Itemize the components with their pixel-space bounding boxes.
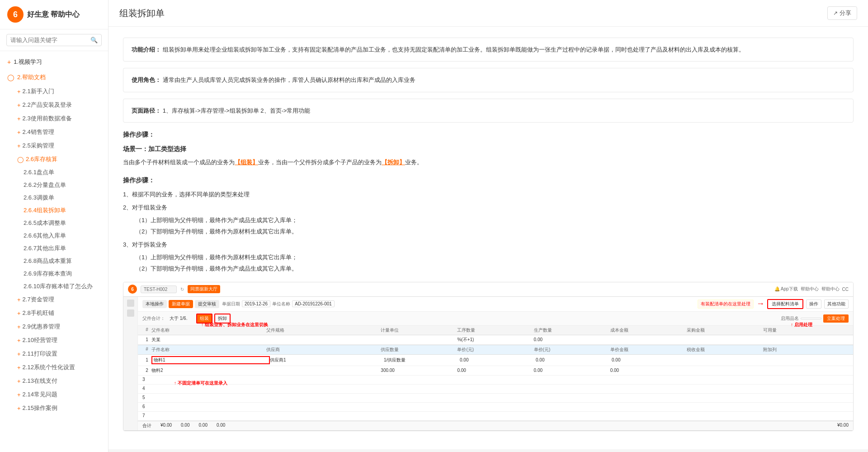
sidebar-item-coupon[interactable]: + 2.9优惠券管理 [0,320,108,333]
sidebar: 6 好生意 帮助中心 🔍 + 1.视频学习 ◯ 2.帮助文档 + 2.1新手入门 [0,0,108,452]
plus-icon-sm: + [17,324,21,330]
sidebar-item-finance[interactable]: + 2.7资金管理 [0,293,108,306]
table-row-7: 7 [138,412,853,421]
screenshot-logo: 6 [128,285,137,294]
sidebar-item-system[interactable]: + 2.12系统个性化设置 [0,361,108,374]
sidebar-item-online[interactable]: + 2.13在线支付 [0,374,108,388]
role-text: 使用角色： 通常由生产人员或库管人员完成拆装业务的操作，库管人员确认原材料的出库… [132,75,845,85]
sidebar-item-case[interactable]: + 2.15操作案例 [0,401,108,415]
screenshot-fields: 单据日期 2019-12-26 单位名称 AD-20191226-001 [222,300,335,307]
sidebar-item-ops[interactable]: + 2.10经营管理 [0,333,108,347]
sidebar-item-faq[interactable]: + 2.14常见问题 [0,388,108,401]
sidebar-item-stock3[interactable]: 2.6.3调拨单 [0,191,108,204]
action-btn-2[interactable]: 其他功能 [824,300,849,309]
screenshot-toolbar: 本地操作 新建单据 提交审核 单据日期 2019-12-26 单位名称 AD-2… [138,297,853,312]
sidebar-item-print[interactable]: + 2.11打印设置 [0,347,108,361]
content-inner: 功能介绍： 组装拆卸单用来处理企业组装或拆卸等加工业务，支持有固定装配清单的产品… [108,27,868,449]
sidebar-item-mobile[interactable]: + 2.8手机旺铺 [0,306,108,320]
screenshot-tabs: 本地操作 新建单据 提交审核 单据日期 2019-12-26 单位名称 AD-2… [123,297,853,431]
share-icon: ↗ [833,10,838,16]
sidebar-item-stock4[interactable]: 2.6.4组装拆卸单 [0,204,108,217]
plus-icon-sm: + [17,310,21,317]
confirm-btn[interactable]: 立案处理 [823,314,849,323]
table-row-material1: 1 物料1 供应商1 1/供应数量 0.00 0.00 0.00 [138,355,853,366]
minus-icon-sm: ◯ [17,156,24,163]
minus-icon: ◯ [7,74,14,81]
path-block: 页面路径： 1、库存核算->库存管理->组装拆卸单 2、首页->常用功能 [123,99,854,123]
logo-area: 6 好生意 帮助中心 [0,0,108,29]
sidebar-item-stock7[interactable]: 2.6.7其他出库单 [0,242,108,255]
sidebar-item-newbie[interactable]: + 2.1新手入门 [0,85,108,98]
table-row-4: 4 [138,385,853,394]
table-sub-header: # 子件名称 供应商 供应数量 单价(元) 单价(元) 单价金额 税收金额 附加… [138,345,853,355]
nav-group-docs: ◯ 2.帮助文档 + 2.1新手入门 + 2.2产品安装及登录 + 2.3使用前… [0,70,108,415]
sidebar-item-stock6[interactable]: 2.6.6其他入库单 [0,229,108,242]
screenshot-topbar: 6 TEST-H002 ↻ 同票据新大厅 🔔 App下载 帮助中心 帮助中心 C… [123,282,853,297]
screenshot-nav-btn: 同票据新大厅 [188,285,220,293]
step2-2: （2）下部明细为子件明细，最终作为原材料生成其它出库单。 [136,226,854,238]
scene1-desc: 当由多个子件材料组装成一个成品的业务为【组装】业务，当由一个父件拆分成多个子产品… [123,157,854,168]
sidebar-item-label: 1.视频学习 [14,58,42,66]
plus-icon-sm: + [17,364,21,371]
ops-title: 操作步骤： [123,131,854,139]
sidebar-item-stock8[interactable]: 2.6.8商品成本重算 [0,255,108,267]
search-icon[interactable]: 🔍 [90,37,98,43]
sidebar-item-stock9[interactable]: 2.6.9库存账本查询 [0,267,108,280]
plus-icon-sm: + [17,88,21,95]
sidebar-item-videos[interactable]: + 1.视频学习 [0,55,108,69]
sidebar-item-install[interactable]: + 2.2产品安装及登录 [0,98,108,112]
icon-placeholder [127,300,134,307]
page-title: 组装拆卸单 [119,7,165,19]
table-row-1: 1 关某 %(不+1) 0.00 [138,335,853,345]
screenshot-main-content: 本地操作 新建单据 提交审核 单据日期 2019-12-26 单位名称 AD-2… [138,297,853,430]
plus-icon-sm: + [17,351,21,357]
intro-block: 功能介绍： 组装拆卸单用来处理企业组装或拆卸等加工业务，支持有固定装配清单的产品… [123,38,854,62]
plus-icon-sm: + [17,115,21,122]
intro-text: 功能介绍： 组装拆卸单用来处理企业组装或拆卸等加工业务，支持有固定装配清单的产品… [132,44,845,55]
sidebar-item-purchase[interactable]: + 2.5采购管理 [0,139,108,152]
sidebar-item-data[interactable]: + 2.3使用前数据准备 [0,112,108,125]
material-name-cell[interactable]: 物料1 [151,356,270,364]
nav-sub-list-docs: + 2.1新手入门 + 2.2产品安装及登录 + 2.3使用前数据准备 + 2.… [0,85,108,415]
sidebar-item-stock5[interactable]: 2.6.5成本调整单 [0,217,108,229]
search-input[interactable] [10,37,90,43]
table-row-5: 5 ↑ 不固定清单可在这里录入 [138,394,853,403]
nav-group-videos: + 1.视频学习 [0,55,108,69]
screenshot-left-icons [123,297,138,430]
annotation-nofixed: ↑ 不固定清单可在这里录入 [174,380,227,386]
step3: 3、对于拆装业务 [123,239,854,251]
screenshot-table: # 父件名称 父件规格 计量单位 工序数量 生产数量 成本金额 采购金额 可用量 [138,326,853,421]
plus-icon-sm: + [17,143,21,149]
main-area: 组装拆卸单 ↗ 分享 功能介绍： 组装拆卸单用来处理企业组装或拆卸等加工业务，支… [108,0,868,452]
sidebar-item-inventory[interactable]: ◯ 2.6库存核算 [0,152,108,166]
sidebar-item-sales[interactable]: + 2.4销售管理 [0,125,108,139]
screenshot-totals: 合计 ¥0.00 0.00 0.00 0.00 ¥0.00 [138,421,853,430]
enable-input[interactable] [801,318,821,319]
table-row-3: 3 [138,376,853,385]
action-btn-1[interactable]: 操作 [806,300,821,309]
tab-button-1[interactable]: 本地操作 [142,300,167,308]
plus-icon-sm: + [17,296,21,303]
tab-button-2[interactable]: 新建单据 [169,300,193,308]
path-text: 页面路径： 1、库存核算->库存管理->组装拆卸单 2、首页->常用功能 [132,105,845,116]
sidebar-item-label: 2.帮助文档 [17,73,46,81]
search-box[interactable]: 🔍 [6,34,102,46]
company-field[interactable]: AD-20191226-001 [292,300,335,307]
step2-1: （1）上部明细为父件明细，最终作为产成品生成其它入库单； [136,215,854,226]
plus-icon: + [7,58,11,66]
scene1-title: 场景一：加工类型选择 [123,145,854,153]
sidebar-item-stock10[interactable]: 2.6.10库存账本错了怎么办 [0,280,108,293]
table-row-6: 6 [138,403,853,412]
tab-button-3[interactable]: 提交审核 [195,300,219,308]
plus-icon-sm: + [17,337,21,344]
plus-icon-sm: + [17,405,21,412]
sidebar-item-stock2[interactable]: 2.6.2分量盘点单 [0,179,108,191]
role-block: 使用角色： 通常由生产人员或库管人员完成拆装业务的操作，库管人员确认原材料的出库… [123,68,854,92]
sidebar-item-stock1[interactable]: 2.6.1盘点单 [0,166,108,179]
select-bom-btn[interactable]: 选择配料清单 [767,299,803,309]
mock-screenshot: 6 TEST-H002 ↻ 同票据新大厅 🔔 App下载 帮助中心 帮助中心 C… [123,282,853,431]
annotation-enable: ↑ 启用处理 [791,322,812,328]
share-button[interactable]: ↗ 分享 [827,6,857,20]
sidebar-item-docs[interactable]: ◯ 2.帮助文档 [0,70,108,85]
date-field[interactable]: 2019-12-26 [242,300,270,307]
